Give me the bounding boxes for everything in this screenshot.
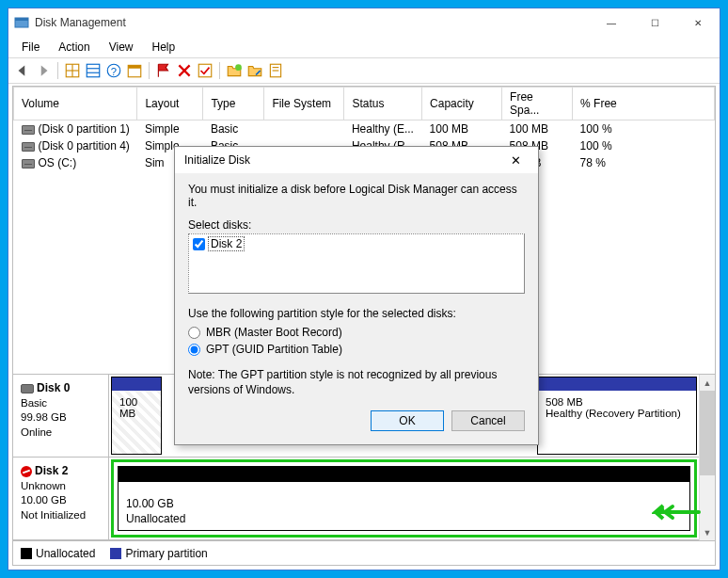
gpt-option[interactable]: GPT (GUID Partition Table)	[188, 343, 525, 356]
partition-box[interactable]: 100 MB	[111, 377, 162, 455]
cancel-button[interactable]: Cancel	[451, 410, 525, 431]
arrow-icon	[652, 504, 701, 521]
ok-button[interactable]: OK	[371, 410, 444, 431]
svg-text:?: ?	[111, 66, 117, 77]
help-icon[interactable]: ?	[105, 62, 122, 79]
col-volume[interactable]: Volume	[14, 88, 137, 120]
col-pctfree[interactable]: % Free	[573, 88, 715, 120]
titlebar: Disk Management — ☐ ✕	[8, 8, 720, 37]
gpt-radio[interactable]	[188, 344, 200, 356]
scroll-up-icon[interactable]: ▲	[700, 375, 715, 391]
initialize-disk-dialog: Initialize Disk ✕ You must initialize a …	[174, 146, 539, 445]
app-icon	[14, 15, 29, 30]
back-icon[interactable]	[14, 62, 31, 79]
disk0-info: Disk 0 Basic 99.98 GB Online	[13, 375, 109, 457]
mbr-option[interactable]: MBR (Master Boot Record)	[188, 326, 525, 339]
error-icon	[21, 466, 32, 477]
menu-help[interactable]: Help	[145, 39, 183, 56]
delete-icon[interactable]	[176, 62, 193, 79]
volume-icon	[22, 142, 35, 152]
disk2-info: Disk 2 Unknown 10.00 GB Not Initialized	[13, 458, 109, 539]
disk-list[interactable]: Disk 2	[188, 233, 525, 294]
partition-box[interactable]: 508 MB Healthy (Recovery Partition)	[537, 377, 697, 455]
disk-row-disk2[interactable]: Disk 2 Unknown 10.00 GB Not Initialized …	[13, 458, 699, 540]
dialog-title: Initialize Disk	[184, 153, 250, 167]
highlight-box: 10.00 GB Unallocated	[111, 459, 697, 538]
unallocated-region[interactable]: 10.00 GB Unallocated	[118, 466, 690, 531]
calendar-icon[interactable]	[126, 62, 143, 79]
svg-rect-5	[87, 64, 100, 77]
col-status[interactable]: Status	[344, 88, 422, 120]
dialog-note: Note: The GPT partition style is not rec…	[188, 367, 525, 397]
col-filesystem[interactable]: File System	[264, 88, 344, 120]
select-disks-label: Select disks:	[188, 218, 525, 232]
volume-icon	[22, 125, 35, 135]
svg-rect-1	[15, 18, 28, 21]
legend-swatch-unallocated	[21, 548, 32, 559]
menu-view[interactable]: View	[102, 39, 141, 56]
table-row[interactable]: (Disk 0 partition 1) Simple Basic Health…	[14, 120, 715, 138]
disk-management-window: Disk Management — ☐ ✕ File Action View H…	[8, 8, 720, 570]
menubar: File Action View Help	[8, 37, 720, 57]
svg-point-13	[235, 64, 242, 71]
menu-action[interactable]: Action	[51, 39, 97, 56]
dialog-close-button[interactable]: ✕	[502, 147, 529, 173]
svg-rect-11	[128, 65, 141, 68]
partition-style-label: Use the following partition style for th…	[188, 307, 525, 320]
col-layout[interactable]: Layout	[137, 88, 203, 120]
legend: Unallocated Primary partition	[13, 540, 715, 565]
mbr-radio[interactable]	[188, 327, 200, 339]
svg-rect-12	[198, 64, 212, 77]
new-folder-icon[interactable]	[226, 62, 243, 79]
window-title: Disk Management	[35, 16, 126, 29]
check-icon[interactable]	[197, 62, 214, 79]
edit-folder-icon[interactable]	[246, 62, 263, 79]
col-type[interactable]: Type	[203, 88, 264, 120]
dialog-message: You must initialize a disk before Logica…	[188, 183, 525, 209]
disk2-checkbox[interactable]	[193, 238, 205, 250]
close-button[interactable]: ✕	[676, 8, 720, 37]
grid-icon[interactable]	[64, 62, 81, 79]
toolbar: ?	[8, 57, 720, 84]
flag-icon[interactable]	[155, 62, 172, 79]
forward-icon[interactable]	[35, 62, 52, 79]
disk-icon	[21, 384, 34, 393]
col-capacity[interactable]: Capacity	[422, 88, 502, 120]
menu-file[interactable]: File	[14, 39, 47, 56]
scroll-down-icon[interactable]: ▼	[700, 524, 715, 540]
properties-icon[interactable]	[267, 62, 284, 79]
scroll-thumb[interactable]	[700, 391, 715, 475]
minimize-button[interactable]: —	[590, 8, 633, 37]
scrollbar[interactable]: ▲ ▼	[699, 375, 715, 540]
legend-swatch-primary	[110, 548, 121, 559]
disk2-item[interactable]: Disk 2	[209, 237, 244, 250]
list-icon[interactable]	[85, 62, 102, 79]
volume-icon	[22, 159, 35, 169]
maximize-button[interactable]: ☐	[633, 8, 676, 37]
col-free[interactable]: Free Spa...	[502, 88, 573, 120]
